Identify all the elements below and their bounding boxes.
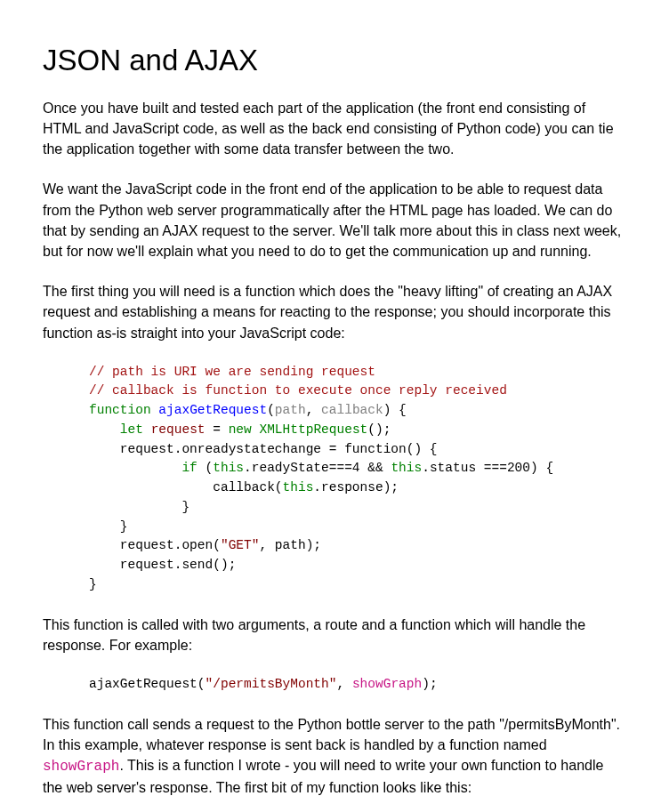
paragraph: This function call sends a request to th… xyxy=(43,714,626,799)
code-fn-name: ajaxGetRequest xyxy=(158,403,267,417)
code-keyword: if xyxy=(181,461,197,475)
code-brace: } xyxy=(89,519,128,534)
code-this: this xyxy=(391,461,422,475)
code-this: this xyxy=(283,480,314,494)
code-param: path xyxy=(275,403,306,417)
code-keyword: let xyxy=(120,422,143,437)
paragraph: We want the JavaScript code in the front… xyxy=(43,179,626,261)
paragraph-text: This function call sends a request to th… xyxy=(43,717,620,752)
code-fn-call: ajaxGetRequest xyxy=(89,677,197,691)
code-string: "/permitsByMonth" xyxy=(206,677,337,691)
code-this: this xyxy=(213,461,244,475)
code-string: "GET" xyxy=(221,538,260,552)
code-brace: } xyxy=(89,577,97,591)
paragraph: The first thing you will need is a funct… xyxy=(43,281,626,343)
code-text: request.send(); xyxy=(89,558,236,572)
code-text: , path); xyxy=(259,538,321,552)
code-keyword: function xyxy=(89,403,151,417)
code-type: XMLHttpRequest xyxy=(259,422,367,437)
code-call-name: showGraph xyxy=(352,677,422,691)
code-text: .response); xyxy=(313,480,399,494)
code-var: request xyxy=(151,422,206,437)
code-text: request.open( xyxy=(89,538,221,552)
code-comment: // path is URI we are sending request xyxy=(89,365,375,379)
code-brace: } xyxy=(89,500,189,514)
inline-code: showGraph xyxy=(43,759,119,775)
code-param: callback xyxy=(321,403,383,417)
paragraph: This function is called with two argumen… xyxy=(43,615,626,655)
code-text: .status ===200) { xyxy=(422,461,553,475)
paragraph-text: . This is a function I wrote - you will … xyxy=(43,758,603,795)
page-title: JSON and AJAX xyxy=(43,39,626,82)
code-block: ajaxGetRequest("/permitsByMonth", showGr… xyxy=(43,675,626,695)
code-text: callback( xyxy=(89,480,283,494)
code-block: // path is URI we are sending request //… xyxy=(43,363,626,595)
code-text: .readyState===4 && xyxy=(244,461,391,475)
code-line: request.onreadystatechange = function() … xyxy=(89,442,438,456)
code-comment: // callback is function to execute once … xyxy=(89,383,507,398)
paragraph: Once you have built and tested each part… xyxy=(43,98,626,160)
code-keyword: new xyxy=(229,422,252,437)
